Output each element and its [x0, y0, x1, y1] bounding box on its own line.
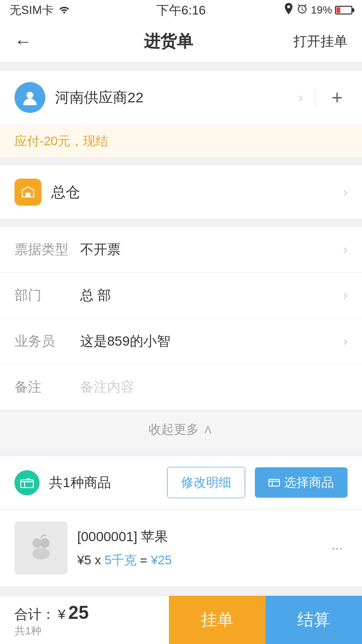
- supplier-avatar: [14, 82, 45, 113]
- dept-value: 总 部: [72, 286, 343, 305]
- svg-rect-4: [269, 479, 279, 486]
- dept-label: 部门: [14, 286, 72, 305]
- total-label: 合计：: [14, 605, 55, 624]
- total-sub: 共1种: [14, 624, 154, 638]
- status-bar: 无SIM卡 下午6:16 19%: [0, 0, 362, 20]
- product-thumbnail: [14, 521, 68, 574]
- invoice-label: 票据类型: [14, 240, 72, 259]
- page-title: 进货单: [144, 30, 193, 53]
- select-product-button[interactable]: 选择商品: [255, 467, 348, 498]
- collapse-bar[interactable]: 收起更多 ∧: [0, 410, 362, 448]
- warehouse-section: 总仓 ›: [0, 165, 362, 219]
- svg-rect-2: [26, 193, 30, 197]
- equals-sign: =: [140, 553, 151, 567]
- invoice-chevron-icon: ›: [343, 242, 348, 257]
- warehouse-icon: [14, 179, 42, 206]
- remark-label: 备注: [14, 378, 72, 396]
- product-header: 共1种商品 修改明细 选择商品: [0, 456, 362, 509]
- supplier-section: 河南供应商22 › + 应付-20元，现结: [0, 70, 362, 157]
- currency-symbol: ¥: [58, 607, 66, 622]
- warehouse-chevron-icon: ›: [343, 184, 348, 200]
- dept-chevron-icon: ›: [343, 288, 348, 303]
- nav-bar: ← 进货单 打开挂单: [0, 20, 362, 63]
- agent-chevron-icon: ›: [343, 334, 348, 349]
- product-title: 苹果: [141, 529, 168, 544]
- form-section: 票据类型 不开票 › 部门 总 部 › 业务员 这是859的小智 › 备注 备注…: [0, 227, 362, 448]
- pending-label: 挂单: [201, 609, 234, 631]
- product-name: [0000001] 苹果: [77, 528, 317, 546]
- supplier-divider: [315, 88, 315, 107]
- add-supplier-button[interactable]: +: [327, 87, 348, 109]
- product-code: [0000001]: [77, 529, 141, 544]
- battery-icon: [335, 6, 352, 14]
- location-icon: [284, 3, 293, 17]
- warehouse-row[interactable]: 总仓 ›: [0, 165, 362, 219]
- settle-button[interactable]: 结算: [265, 596, 362, 644]
- alarm-icon: [296, 3, 308, 17]
- supplier-name: 河南供应商22: [55, 88, 298, 108]
- supplier-row[interactable]: 河南供应商22 › +: [0, 70, 362, 125]
- remark-row[interactable]: 备注 备注内容: [0, 364, 362, 410]
- bottom-bar: 合计： ¥ 25 共1种 挂单 结算: [0, 596, 362, 644]
- back-button[interactable]: ←: [14, 31, 43, 52]
- agent-row[interactable]: 业务员 这是859的小智 ›: [0, 318, 362, 364]
- product-item: [0000001] 苹果 ¥5 x 5千克 = ¥25 ···: [0, 510, 362, 586]
- settle-label: 结算: [297, 609, 330, 631]
- supplier-chevron-icon: ›: [298, 90, 303, 105]
- dept-row[interactable]: 部门 总 部 ›: [0, 272, 362, 318]
- subtotal: ¥25: [151, 553, 172, 567]
- svg-point-7: [32, 548, 50, 560]
- remark-input[interactable]: 备注内容: [72, 378, 348, 396]
- product-price: ¥5 x 5千克 = ¥25: [77, 552, 317, 569]
- svg-point-6: [40, 538, 50, 548]
- invoice-value: 不开票: [72, 240, 343, 259]
- collapse-label: 收起更多 ∧: [149, 422, 213, 436]
- agent-value: 这是859的小智: [72, 332, 343, 350]
- svg-point-1: [27, 92, 33, 98]
- unit-price: ¥5 x: [77, 553, 104, 567]
- agent-label: 业务员: [14, 332, 72, 350]
- supplier-notice: 应付-20元，现结: [0, 125, 362, 157]
- quantity: 5千克: [104, 553, 136, 567]
- svg-rect-3: [21, 480, 33, 488]
- wifi-icon: [57, 3, 71, 17]
- battery-pct: 19%: [311, 4, 332, 16]
- invoice-row[interactable]: 票据类型 不开票 ›: [0, 227, 362, 272]
- open-pending-button[interactable]: 打开挂单: [293, 32, 348, 51]
- total-area: 合计： ¥ 25 共1种: [0, 596, 169, 644]
- product-count: 共1种商品: [49, 474, 157, 492]
- edit-detail-button[interactable]: 修改明细: [167, 467, 245, 498]
- product-info: [0000001] 苹果 ¥5 x 5千克 = ¥25: [77, 528, 317, 569]
- signal-label: 无SIM卡: [10, 2, 54, 18]
- product-icon: [14, 470, 40, 495]
- status-time: 下午6:16: [156, 2, 206, 19]
- product-more-button[interactable]: ···: [327, 535, 348, 560]
- select-product-label: 选择商品: [284, 474, 334, 491]
- warehouse-name: 总仓: [51, 182, 343, 202]
- total-amount: 25: [69, 602, 89, 623]
- pending-button[interactable]: 挂单: [169, 596, 265, 644]
